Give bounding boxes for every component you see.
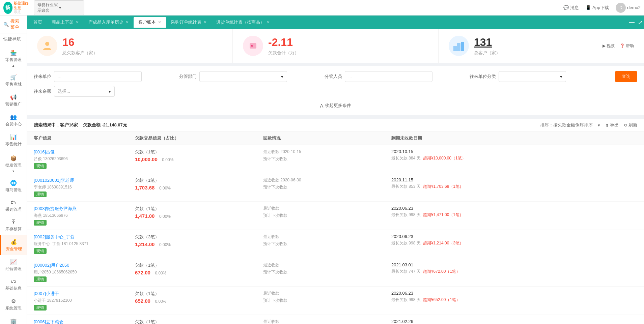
tab-close-product[interactable]: ✕ bbox=[76, 20, 79, 25]
store-selector[interactable]: 母婴行业演示账套 ▾ bbox=[34, 0, 84, 15]
table-row: [0003]畅捷服务尹海燕 海燕 18513066976 现销 欠款（1笔） 1… bbox=[27, 202, 644, 230]
filter-section: 往来单位 ... 分管部门 ▾ bbox=[27, 66, 644, 115]
refresh-btn[interactable]: ↻ 刷新 bbox=[624, 122, 637, 128]
dept-dropdown-icon: ▾ bbox=[281, 74, 283, 79]
table-row: [0016]吕俊 吕俊 13026203696 现销 欠款（1笔） 10,000… bbox=[27, 145, 644, 173]
export-btn[interactable]: ⬆ 导出 bbox=[605, 122, 619, 128]
sidebar-item-batch[interactable]: 📦 批发管理 ▾ bbox=[0, 152, 27, 176]
customer-name-1[interactable]: [0001020001]李老师 bbox=[34, 177, 135, 183]
customer-info-3: [0002]服务中心_丁磊 服务中心_丁磊 181 0125 8371 现销 bbox=[34, 234, 135, 254]
debt-total-label: 欠款合计（万） bbox=[268, 50, 428, 56]
sidebar-item-retail-mall[interactable]: 🛒 零售商城 bbox=[0, 71, 27, 91]
message-icon: 💬 bbox=[563, 5, 569, 10]
view-btn[interactable]: ▶ 视频 bbox=[603, 43, 615, 49]
sidebar-item-ecommerce[interactable]: 🌐 电商管理 bbox=[0, 176, 27, 196]
help-btn[interactable]: ❓ 帮助 bbox=[620, 43, 634, 49]
debt-info-6: 欠款（1笔） 455.90 0.00% bbox=[135, 319, 263, 324]
svg-text:¥: ¥ bbox=[251, 44, 253, 49]
card-debt-info: 16 总欠款客户（家） bbox=[62, 36, 222, 56]
user-menu[interactable]: D demo2 bbox=[616, 3, 641, 13]
collapse-row[interactable]: ⋀ 收起更多条件 bbox=[34, 101, 637, 110]
sidebar-item-operation[interactable]: 📈 经营管理 bbox=[0, 255, 27, 275]
sidebar-item-finance[interactable]: 💰 资金管理 bbox=[0, 235, 27, 255]
sidebar-item-retail-stats[interactable]: 📊 零售统计 bbox=[0, 130, 27, 150]
sidebar-item-basic[interactable]: 🗂 基础信息 bbox=[0, 275, 27, 295]
marketing-icon: 📢 bbox=[10, 94, 17, 100]
logo-area: 畅 畅捷通好生意 示范 bbox=[3, 1, 30, 14]
payment-info-4: 最近收款 预计下次收款 bbox=[263, 262, 391, 275]
view-icon: ▶ bbox=[603, 43, 606, 48]
tab-bar: 首页 商品上下架 ✕ 产成品入库单历史 ✕ 客户账本 ✕ 采购订单统计表 ✕ bbox=[27, 16, 644, 29]
quick-nav-item[interactable]: 快捷导航 bbox=[0, 33, 27, 45]
customer-name-4[interactable]: [000002]用户2050 bbox=[34, 262, 135, 268]
tab-close-purchase[interactable]: ✕ bbox=[203, 20, 207, 25]
overdue-link-5[interactable]: 超期¥652.00（1笔） bbox=[423, 297, 460, 302]
overdue-link-4[interactable]: 超期¥672.00（1笔） bbox=[423, 269, 460, 274]
unit-type-dropdown-icon: ▾ bbox=[560, 74, 562, 79]
sidebar-item-marketing[interactable]: 📢 营销推广 bbox=[0, 91, 27, 111]
tab-customer-account[interactable]: 客户账本 ✕ bbox=[134, 17, 166, 28]
customer-phone-5: 小进干 18279152100 bbox=[34, 298, 135, 303]
sidebar-item-system[interactable]: ⚙ 系统管理 bbox=[0, 295, 27, 315]
tab-production-history[interactable]: 产成品入库单历史 ✕ bbox=[84, 17, 134, 28]
sidebar-item-enterprise[interactable]: 🏢 企业协同 bbox=[0, 315, 27, 324]
customer-name-6[interactable]: [0006]去下粮仓 bbox=[34, 319, 135, 324]
tab-purchase-stats[interactable]: 采购订单统计表 ✕ bbox=[166, 17, 212, 28]
customer-name-5[interactable]: [0007]小进干 bbox=[34, 291, 135, 297]
tab-home[interactable]: 首页 bbox=[29, 17, 47, 28]
header-payment: 回款情况 bbox=[263, 135, 391, 141]
app-download-btn[interactable]: 📱 App下载 bbox=[586, 5, 609, 11]
sidebar-item-purchase[interactable]: 🛍 采购管理 bbox=[0, 196, 27, 216]
customer-tag-5: 现销 bbox=[34, 305, 47, 311]
tab-purchase-stats2[interactable]: 进货单统计表（按商品） ✕ bbox=[212, 17, 275, 28]
sidebar-item-member[interactable]: 👥 会员中心 bbox=[0, 111, 27, 130]
member-icon: 👥 bbox=[10, 114, 17, 120]
sort-dropdown-icon[interactable]: ▾ bbox=[598, 123, 600, 128]
overdue-link-3[interactable]: 超期¥1,214.00（3笔） bbox=[423, 241, 464, 245]
payment-next-4: 预计下次收款 bbox=[263, 269, 391, 275]
payment-next-1: 预计下次收款 bbox=[263, 184, 391, 190]
overdue-link-0[interactable]: 超期¥10,000.00（1笔） bbox=[423, 156, 466, 160]
unit-type-input[interactable]: ▾ bbox=[499, 71, 566, 82]
search-menu-item[interactable]: 🔍 搜索菜单 bbox=[0, 16, 27, 33]
payment-info-3: 最近收款 预计下次收款 bbox=[263, 234, 391, 247]
payment-date-0: 最近收款 2020-10-15 bbox=[263, 149, 391, 155]
sidebar-item-retail[interactable]: 🏪 零售管理 ▲ bbox=[0, 46, 27, 71]
balance-label: 往来余额 bbox=[34, 88, 51, 94]
tab-product-offline[interactable]: 商品上下架 ✕ bbox=[47, 17, 84, 28]
tab-close-purchase2[interactable]: ✕ bbox=[267, 20, 270, 25]
tab-min-icon[interactable]: — bbox=[629, 19, 635, 25]
debt-percent-4: 0.00% bbox=[155, 271, 167, 275]
message-btn[interactable]: 💬 消息 bbox=[563, 5, 579, 11]
top-bar-right: 💬 消息 📱 App下载 D demo2 bbox=[563, 3, 641, 13]
table-row: [0001020001]李老师 李老师 18600391516 现销 欠款（1笔… bbox=[27, 173, 644, 202]
tab-max-icon[interactable]: ⤢ bbox=[638, 19, 642, 26]
customer-name-0[interactable]: [0016]吕俊 bbox=[34, 149, 135, 155]
person-input[interactable]: ... bbox=[345, 71, 432, 82]
debt-info-5: 欠款（1笔） 652.00 0.00% bbox=[135, 291, 263, 304]
customer-name-2[interactable]: [0003]畅捷服务尹海燕 bbox=[34, 206, 135, 212]
overdue-link-2[interactable]: 超期¥1,471.00（1笔） bbox=[423, 212, 464, 217]
balance-input[interactable]: 选择... ▾ bbox=[54, 86, 115, 97]
overdue-days-4: 最长欠款 747 天 bbox=[391, 269, 421, 274]
arrow-icon2: ▾ bbox=[12, 169, 14, 173]
page-content: 16 总欠款客户（家） ¥ -2.11 欠 bbox=[27, 29, 644, 324]
dept-input[interactable]: ▾ bbox=[199, 71, 287, 82]
debt-amount-row-0: 10,000.00 0.00% bbox=[135, 156, 263, 162]
search-button[interactable]: 查询 bbox=[615, 71, 637, 82]
tab-close-customer[interactable]: ✕ bbox=[158, 20, 161, 25]
payment-info-0: 最近收款 2020-10-15 预计下次收款 bbox=[263, 149, 391, 162]
total-customers-value: 131 bbox=[474, 36, 597, 49]
card-total-info: -2.11 欠款合计（万） bbox=[268, 36, 428, 56]
debt-percent-5: 0.00% bbox=[155, 299, 167, 304]
results-actions: 排序：按欠款金额倒序排序 ▾ ⬆ 导出 ↻ 刷新 bbox=[540, 122, 637, 128]
customer-info-0: [0016]吕俊 吕俊 13026203696 现销 bbox=[34, 149, 135, 169]
customer-name-3[interactable]: [0002]服务中心_丁磊 bbox=[34, 234, 135, 240]
sidebar-item-inventory[interactable]: 🗄 库存核算 bbox=[0, 216, 27, 235]
overdue-date-3: 2020.06.23 bbox=[391, 234, 637, 239]
from-unit-input[interactable]: ... bbox=[54, 71, 142, 82]
tab-close-production[interactable]: ✕ bbox=[125, 20, 129, 25]
top-bar: 畅 畅捷通好生意 示范 母婴行业演示账套 ▾ 💬 消息 📱 App下载 D bbox=[0, 0, 644, 16]
overdue-link-1[interactable]: 超期¥1,703.68（1笔） bbox=[423, 184, 464, 189]
filter-person: 分管人员 ... bbox=[325, 71, 463, 82]
